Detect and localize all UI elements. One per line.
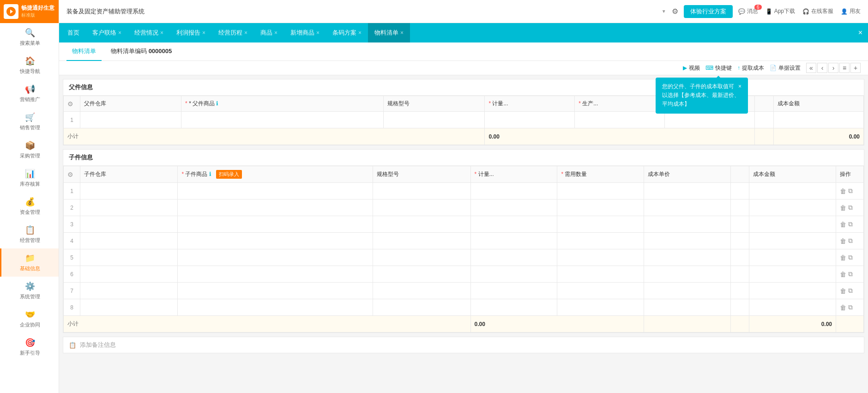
copy-icon-2[interactable]: ⧉: [848, 204, 853, 212]
child-cell-spec-3[interactable]: [373, 216, 470, 233]
parent-cell-product-1[interactable]: [181, 112, 384, 128]
child-cell-warehouse-7[interactable]: [80, 283, 178, 299]
sidebar-item-enterprise[interactable]: 🤝 企业协同: [0, 305, 59, 333]
sidebar-item-search[interactable]: 🔍 搜索菜单: [0, 23, 59, 51]
child-cell-unit-price-8[interactable]: [644, 299, 731, 316]
delete-icon-2[interactable]: 🗑: [840, 204, 846, 212]
child-cell-spec-8[interactable]: [373, 299, 470, 316]
copy-icon-8[interactable]: ⧉: [848, 303, 853, 311]
nav-list[interactable]: ≡: [839, 63, 850, 73]
child-col-settings[interactable]: ⚙: [64, 166, 80, 183]
nav-add[interactable]: +: [850, 63, 861, 73]
child-cell-unit-4[interactable]: [470, 233, 557, 249]
delete-icon-5[interactable]: 🗑: [840, 254, 846, 261]
child-cell-warehouse-8[interactable]: [80, 299, 178, 316]
child-product-info-icon[interactable]: ℹ: [209, 171, 211, 177]
copy-icon-1[interactable]: ⧉: [848, 187, 853, 195]
delete-icon-6[interactable]: 🗑: [840, 271, 846, 278]
parent-product-info-icon[interactable]: ℹ: [216, 100, 218, 107]
child-cell-warehouse-4[interactable]: [80, 233, 178, 249]
child-cell-product-7[interactable]: [178, 283, 373, 299]
child-cell-unit-8[interactable]: [470, 299, 557, 316]
sidebar-item-operations[interactable]: 📋 经营管理: [0, 220, 59, 248]
tab-profit[interactable]: 利润报告 ×: [170, 23, 212, 42]
child-cell-spec-1[interactable]: [373, 183, 470, 200]
child-cell-warehouse-3[interactable]: [80, 216, 178, 233]
child-cell-unit-5[interactable]: [470, 249, 557, 266]
sidebar-item-quick-nav[interactable]: 🏠 快捷导航: [0, 51, 59, 79]
tab-history-close[interactable]: ×: [244, 30, 247, 36]
sub-tab-bom-code[interactable]: 物料清单编码 0000005: [105, 42, 177, 61]
sidebar-item-sales[interactable]: 🛒 销售管理: [0, 108, 59, 136]
experience-button[interactable]: 体验行业方案: [684, 5, 733, 18]
child-cell-product-3[interactable]: [178, 216, 373, 233]
child-cell-unit-price-3[interactable]: [644, 216, 731, 233]
copy-icon-4[interactable]: ⧉: [848, 237, 853, 245]
tab-profit-close[interactable]: ×: [202, 30, 205, 36]
tab-new-products-close[interactable]: ×: [316, 30, 319, 36]
child-cell-spec-2[interactable]: [373, 200, 470, 216]
child-cell-spec-5[interactable]: [373, 249, 470, 266]
child-cell-qty-6[interactable]: [557, 266, 644, 283]
child-cell-unit-price-7[interactable]: [644, 283, 731, 299]
child-cell-unit-price-5[interactable]: [644, 249, 731, 266]
child-cell-product-8[interactable]: [178, 299, 373, 316]
tab-customers[interactable]: 客户联络 ×: [86, 23, 128, 42]
tab-bom-close[interactable]: ×: [400, 30, 404, 36]
settings-cog-icon[interactable]: ⚙: [67, 100, 73, 108]
sidebar-item-marketing[interactable]: 📢 营销推广: [0, 79, 59, 108]
settings-icon[interactable]: ⚙: [672, 7, 678, 16]
tab-home[interactable]: 首页: [61, 23, 86, 42]
delete-icon-3[interactable]: 🗑: [840, 221, 846, 228]
parent-cell-warehouse-1[interactable]: [80, 112, 181, 128]
child-cell-warehouse-5[interactable]: [80, 249, 178, 266]
child-cell-warehouse-1[interactable]: [80, 183, 178, 200]
tab-operations[interactable]: 经营情况 ×: [128, 23, 170, 42]
message-button[interactable]: 💬 消息 6: [738, 7, 758, 15]
parent-cell-spec-1[interactable]: [384, 112, 485, 128]
online-service-button[interactable]: 🎧 在线客服: [802, 7, 833, 15]
delete-icon-7[interactable]: 🗑: [840, 287, 846, 295]
child-cell-product-5[interactable]: [178, 249, 373, 266]
tab-customers-close[interactable]: ×: [118, 30, 121, 36]
child-cell-unit-3[interactable]: [470, 216, 557, 233]
tab-operations-close[interactable]: ×: [160, 30, 163, 36]
child-settings-cog-icon[interactable]: ⚙: [67, 171, 73, 178]
child-cell-unit-price-6[interactable]: [644, 266, 731, 283]
parent-cell-production-1[interactable]: [575, 112, 665, 128]
copy-icon-3[interactable]: ⧉: [848, 220, 853, 228]
tab-barcode-close[interactable]: ×: [358, 30, 362, 36]
parent-cell-cost-1[interactable]: [664, 112, 754, 128]
nav-prev-prev[interactable]: «: [806, 63, 816, 73]
child-cell-warehouse-6[interactable]: [80, 266, 178, 283]
single-setting-button[interactable]: 📄 单据设置: [770, 64, 801, 72]
parent-col-settings[interactable]: ⚙: [64, 96, 80, 112]
sidebar-item-system[interactable]: ⚙️ 系统管理: [0, 277, 59, 305]
tab-bom[interactable]: 物料清单 ×: [368, 23, 410, 42]
sidebar-item-inventory[interactable]: 📊 库存核算: [0, 164, 59, 192]
extract-cost-button[interactable]: ↑ 提取成本: [737, 64, 764, 72]
shortcut-button[interactable]: ⌨ 快捷键: [705, 64, 732, 72]
child-cell-unit-price-2[interactable]: [644, 200, 731, 216]
title-dropdown-icon[interactable]: ▼: [662, 9, 666, 14]
copy-icon-7[interactable]: ⧉: [848, 287, 853, 295]
sidebar-item-purchase[interactable]: 📦 采购管理: [0, 136, 59, 164]
child-cell-unit-1[interactable]: [470, 183, 557, 200]
nav-next[interactable]: ›: [828, 63, 838, 73]
note-text[interactable]: 添加备注信息: [80, 341, 116, 349]
sidebar-item-basic-info[interactable]: 📁 基础信息: [0, 248, 59, 277]
sub-tab-bom-list[interactable]: 物料清单: [66, 42, 102, 61]
tab-products-close[interactable]: ×: [274, 30, 277, 36]
child-cell-qty-1[interactable]: [557, 183, 644, 200]
child-cell-product-2[interactable]: [178, 200, 373, 216]
nav-prev[interactable]: ‹: [817, 63, 827, 73]
child-cell-product-1[interactable]: [178, 183, 373, 200]
child-cell-unit-6[interactable]: [470, 266, 557, 283]
child-cell-qty-8[interactable]: [557, 299, 644, 316]
child-cell-qty-3[interactable]: [557, 216, 644, 233]
delete-icon-8[interactable]: 🗑: [840, 304, 846, 311]
child-cell-unit-price-4[interactable]: [644, 233, 731, 249]
delete-icon-1[interactable]: 🗑: [840, 187, 846, 195]
child-cell-unit-7[interactable]: [470, 283, 557, 299]
child-cell-qty-2[interactable]: [557, 200, 644, 216]
